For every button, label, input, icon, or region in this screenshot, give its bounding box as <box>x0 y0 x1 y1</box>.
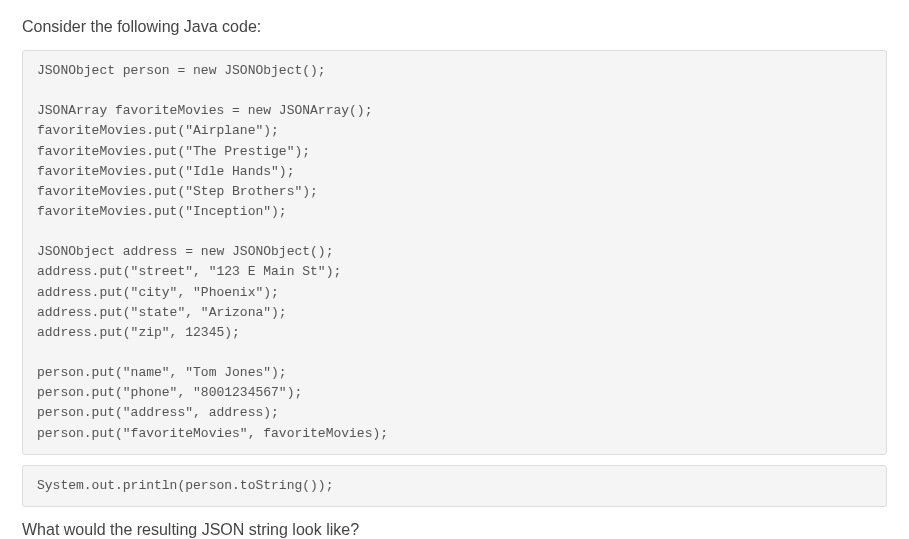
code-block-output: System.out.println(person.toString()); <box>22 465 887 507</box>
question-prompt: Consider the following Java code: <box>22 18 887 36</box>
code-block-main: JSONObject person = new JSONObject(); JS… <box>22 50 887 455</box>
question-followup: What would the resulting JSON string loo… <box>22 521 887 539</box>
